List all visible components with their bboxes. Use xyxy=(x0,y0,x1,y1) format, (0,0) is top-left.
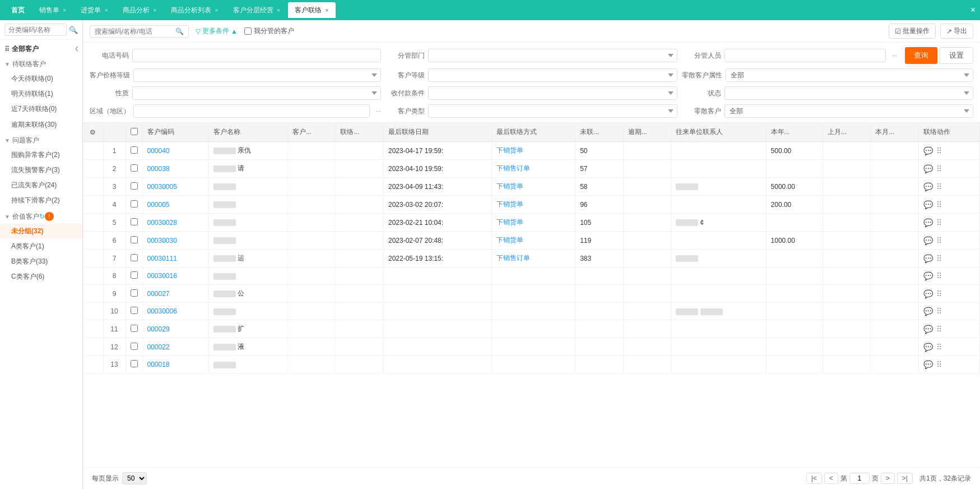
grid-action-icon-11[interactable]: ⠿ xyxy=(936,343,942,352)
reset-button[interactable]: 设置 xyxy=(940,47,973,64)
nav-tab-purchase[interactable]: 进货单 × xyxy=(74,2,114,18)
message-icon-1[interactable]: 💬 xyxy=(923,164,933,173)
grid-action-icon-1[interactable]: ⠿ xyxy=(936,164,942,173)
export-button[interactable]: ↗ 导出 xyxy=(940,24,973,39)
row-checkbox-5[interactable] xyxy=(131,236,138,243)
nav-tab-product-list[interactable]: 商品分析列表 × xyxy=(164,2,225,18)
contact-method-link-5[interactable]: 下销货单 xyxy=(496,236,523,244)
nav-tab-customer-segment[interactable]: 客户分层经营 × xyxy=(226,2,287,18)
phone-input[interactable] xyxy=(132,49,381,62)
dept-select[interactable] xyxy=(428,49,677,62)
contact-method-link-1[interactable]: 下销售订单 xyxy=(496,164,530,172)
tab-customer-contact-close[interactable]: × xyxy=(325,7,328,13)
price-level-select[interactable] xyxy=(133,68,381,82)
row-checkbox-10[interactable] xyxy=(131,325,138,332)
sidebar-item-unassigned[interactable]: 未分组(32) xyxy=(0,224,82,239)
message-icon-0[interactable]: 💬 xyxy=(923,146,933,155)
sidebar-item-abnormal[interactable]: 囤购异常客户(2) xyxy=(0,147,82,163)
query-button[interactable]: 查询 xyxy=(905,47,937,64)
status-select[interactable] xyxy=(724,86,973,100)
grid-action-icon-6[interactable]: ⠿ xyxy=(936,254,942,263)
message-icon-4[interactable]: 💬 xyxy=(923,218,933,227)
grid-action-icon-9[interactable]: ⠿ xyxy=(936,307,942,316)
region-input[interactable] xyxy=(133,104,370,118)
grid-action-icon-7[interactable]: ⠿ xyxy=(936,271,942,280)
customer-level-select[interactable] xyxy=(428,68,677,82)
last-page-button[interactable]: >| xyxy=(897,473,913,484)
search-input[interactable] xyxy=(95,27,173,35)
per-page-select[interactable]: 50 xyxy=(122,472,147,485)
batch-operations-button[interactable]: ☑ 批量操作 xyxy=(889,24,936,39)
row-checkbox-9[interactable] xyxy=(131,307,138,314)
manager-input[interactable] xyxy=(724,49,886,62)
prev-page-button[interactable]: < xyxy=(824,473,838,484)
th-settings[interactable]: ⚙ xyxy=(83,123,103,142)
next-page-button[interactable]: > xyxy=(881,473,895,484)
tab-customer-segment-close[interactable]: × xyxy=(277,7,280,13)
message-icon-5[interactable]: 💬 xyxy=(923,236,933,245)
more-conditions[interactable]: ▽ 更多条件 ▲ xyxy=(196,26,238,36)
row-checkbox-12[interactable] xyxy=(131,360,138,367)
message-icon-3[interactable]: 💬 xyxy=(923,200,933,209)
customer-type-select[interactable] xyxy=(428,104,677,118)
group-value-customers[interactable]: ▼ 价值客户 ↻ ! xyxy=(0,209,82,224)
tab-purchase-close[interactable]: × xyxy=(104,7,108,13)
gender-select[interactable] xyxy=(132,86,381,100)
message-icon-8[interactable]: 💬 xyxy=(923,289,933,298)
nav-tab-customer-contact[interactable]: 客户联络 × xyxy=(288,2,335,18)
row-checkbox-6[interactable] xyxy=(131,254,138,261)
grid-action-icon-2[interactable]: ⠿ xyxy=(936,182,942,191)
nav-tab-sales[interactable]: 销售单 × xyxy=(32,2,73,18)
tab-product-list-close[interactable]: × xyxy=(215,7,218,13)
row-checkbox-7[interactable] xyxy=(131,271,138,279)
message-icon-2[interactable]: 💬 xyxy=(923,182,933,191)
message-icon-12[interactable]: 💬 xyxy=(923,360,933,369)
grid-action-icon-4[interactable]: ⠿ xyxy=(936,218,942,227)
retail-select[interactable]: 全部 xyxy=(724,104,973,118)
all-customers-section[interactable]: ⠿ 全部客户 《 xyxy=(0,40,82,56)
sidebar-item-class-b[interactable]: B类客户(33) xyxy=(0,254,82,269)
tab-sales-close[interactable]: × xyxy=(63,7,66,13)
contact-method-link-0[interactable]: 下销货单 xyxy=(496,146,523,154)
group-problem-customers[interactable]: ▼ 问题客户 xyxy=(0,132,82,147)
nav-tab-product-analysis[interactable]: 商品分析 × xyxy=(116,2,163,18)
row-checkbox-3[interactable] xyxy=(131,200,138,207)
contact-method-link-6[interactable]: 下销售订单 xyxy=(496,254,530,262)
region-more-icon[interactable]: ··· xyxy=(375,107,381,115)
sidebar-search-icon[interactable]: 🔍 xyxy=(69,26,78,34)
sidebar-item-class-a[interactable]: A类客户(1) xyxy=(0,239,82,254)
sidebar-item-overdue[interactable]: 逾期未联络(30) xyxy=(0,117,82,132)
contact-method-link-4[interactable]: 下销货单 xyxy=(496,218,523,226)
row-checkbox-8[interactable] xyxy=(131,289,138,297)
sidebar-item-class-c[interactable]: C类客户(6) xyxy=(0,269,82,284)
message-icon-11[interactable]: 💬 xyxy=(923,343,933,352)
message-icon-10[interactable]: 💬 xyxy=(923,325,933,334)
row-checkbox-0[interactable] xyxy=(131,146,138,154)
message-icon-6[interactable]: 💬 xyxy=(923,254,933,263)
sidebar-item-7days[interactable]: 近7天待联络(0) xyxy=(0,102,82,117)
payment-select[interactable] xyxy=(428,86,677,100)
contact-method-link-3[interactable]: 下销货单 xyxy=(496,200,523,208)
grid-action-icon-8[interactable]: ⠿ xyxy=(936,289,942,298)
message-icon-7[interactable]: 💬 xyxy=(923,271,933,280)
grid-action-icon-10[interactable]: ⠿ xyxy=(936,325,942,334)
message-icon-9[interactable]: 💬 xyxy=(923,307,933,316)
first-page-button[interactable]: |< xyxy=(806,473,822,484)
sidebar-item-today[interactable]: 今天待联络(0) xyxy=(0,71,82,86)
group-pending-contact[interactable]: ▼ 待联络客户 xyxy=(0,56,82,71)
row-checkbox-4[interactable] xyxy=(131,218,138,225)
search-icon[interactable]: 🔍 xyxy=(175,27,184,35)
collapse-icon[interactable]: 《 xyxy=(72,45,78,53)
sidebar-search-input[interactable] xyxy=(4,24,67,36)
row-checkbox-1[interactable] xyxy=(131,164,138,172)
nav-tab-home[interactable]: 首页 xyxy=(4,2,31,18)
select-all-checkbox[interactable] xyxy=(131,128,138,135)
manager-more-icon[interactable]: ··· xyxy=(891,52,897,59)
grid-action-icon-5[interactable]: ⠿ xyxy=(936,236,942,245)
sidebar-item-churned[interactable]: 已流失客户(24) xyxy=(0,178,82,193)
refresh-icon[interactable]: ↻ xyxy=(39,213,45,220)
contact-method-link-2[interactable]: 下销货单 xyxy=(496,182,523,190)
tab-product-analysis-close[interactable]: × xyxy=(153,7,156,13)
page-input[interactable] xyxy=(849,473,870,484)
retail-attr-select[interactable]: 全部 xyxy=(726,68,973,82)
